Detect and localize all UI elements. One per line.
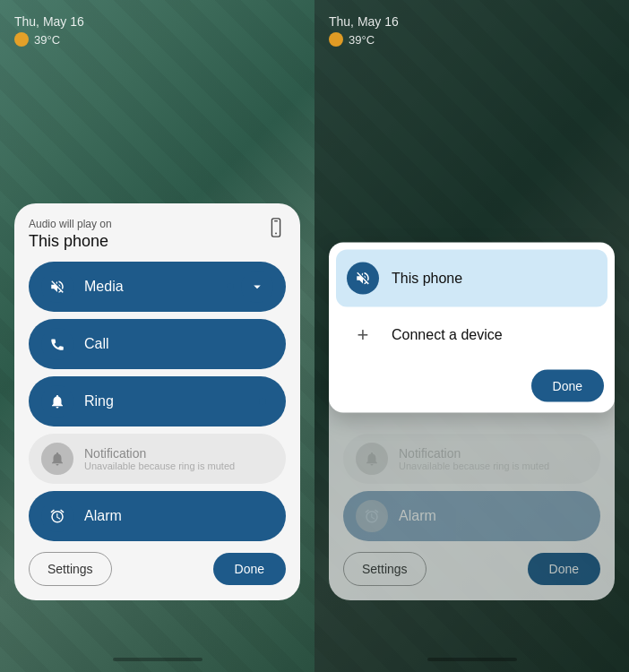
panel-footer-right-bg: Settings Done — [343, 552, 600, 586]
home-indicator-right — [427, 658, 517, 661]
date-left: Thu, May 16 — [14, 14, 300, 29]
alarm-row[interactable]: Alarm — [29, 491, 286, 541]
media-dot — [227, 283, 234, 290]
notification-text: Notification Unavailable because ring is… — [84, 446, 235, 471]
notification-row: Notification Unavailable because ring is… — [29, 434, 286, 484]
status-bar-right: Thu, May 16 39°C — [314, 0, 629, 54]
popup-connect-device-label: Connect a device — [392, 327, 503, 343]
plus-icon: + — [347, 323, 379, 347]
ring-row[interactable]: Ring — [29, 376, 286, 426]
done-button-popup[interactable]: Done — [531, 370, 604, 402]
volume-panel-left: Audio will play on This phone Media — [14, 203, 300, 600]
notification-title-right-bg: Notification — [399, 446, 549, 461]
svg-point-2 — [275, 233, 277, 235]
weather-left: 39°C — [14, 32, 300, 47]
popup-item-connect-device[interactable]: + Connect a device — [336, 311, 607, 359]
ring-icon — [41, 385, 73, 418]
settings-button-left[interactable]: Settings — [29, 552, 112, 586]
notification-sub: Unavailable because ring is muted — [84, 461, 235, 471]
weather-icon-right — [329, 32, 343, 47]
notification-title: Notification — [84, 446, 235, 461]
weather-icon-left — [14, 32, 29, 47]
popup-this-phone-icon — [347, 263, 379, 295]
audio-label-left: Audio will play on — [29, 218, 112, 230]
left-panel: Thu, May 16 39°C Audio will play on This… — [0, 0, 314, 672]
notification-icon-right-bg — [356, 443, 388, 475]
audio-header-left: Audio will play on This phone — [29, 218, 286, 251]
media-icon — [41, 271, 73, 303]
call-row[interactable]: Call — [29, 319, 286, 369]
alarm-label-right-bg: Alarm — [399, 508, 588, 524]
done-button-right-bg: Done — [528, 553, 600, 585]
audio-device-left: This phone — [29, 232, 112, 251]
call-label: Call — [84, 336, 273, 352]
media-label: Media — [84, 279, 227, 295]
popup-item-this-phone[interactable]: This phone — [336, 250, 607, 307]
right-panel: Thu, May 16 39°C Audio will play on — [314, 0, 629, 672]
media-arrow[interactable] — [241, 271, 273, 303]
notification-row-right-bg: Notification Unavailable because ring is… — [343, 434, 600, 484]
alarm-row-right-bg: Alarm — [343, 491, 600, 541]
alarm-icon — [41, 500, 73, 532]
call-icon — [41, 328, 73, 360]
date-right: Thu, May 16 — [329, 14, 615, 29]
popup-this-phone-label: This phone — [392, 271, 462, 287]
home-indicator-left — [113, 658, 202, 661]
settings-button-right-bg: Settings — [343, 552, 427, 586]
notification-sub-right-bg: Unavailable because ring is muted — [399, 461, 549, 471]
popup-dropdown: This phone + Connect a device Done — [329, 243, 615, 413]
phone-icon-left — [266, 218, 286, 242]
weather-right: 39°C — [329, 32, 615, 47]
ring-dot — [259, 398, 266, 405]
popup-footer: Done — [336, 363, 607, 406]
media-row[interactable]: Media — [29, 262, 286, 312]
panel-footer-left: Settings Done — [29, 552, 286, 586]
alarm-icon-right-bg — [356, 500, 388, 532]
status-bar-left: Thu, May 16 39°C — [0, 0, 314, 54]
alarm-label: Alarm — [84, 508, 273, 524]
notification-icon — [41, 443, 73, 475]
ring-label: Ring — [84, 393, 259, 409]
done-button-left[interactable]: Done — [213, 553, 286, 585]
